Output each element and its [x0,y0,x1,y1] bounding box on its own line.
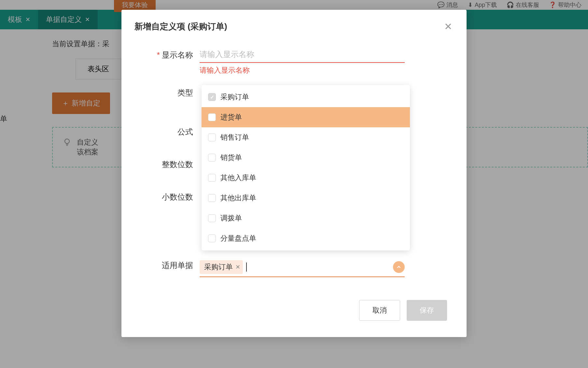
modal-add-custom-item: 新增自定义项 (采购订单) ✕ *显示名称 请输入显示名称 类型 [121,10,467,337]
dropdown-item-label: 调拨单 [220,213,242,223]
chip-label: 采购订单 [204,262,233,272]
checkbox-icon[interactable] [208,93,216,101]
label-decimal-digits: 小数位数 [141,189,200,202]
dropdown-item-label: 进货单 [220,112,242,122]
dropdown-item[interactable]: 其他入库单 [202,168,410,188]
dropdown-item[interactable]: 进货单 [202,107,410,127]
dropdown-item-label: 销货单 [220,153,242,163]
checkbox-icon[interactable] [208,234,216,242]
modal-title: 新增自定义项 (采购订单) [134,21,227,32]
text-cursor [246,262,247,272]
dropdown-item-label: 采购订单 [220,92,249,102]
save-button[interactable]: 保存 [407,300,447,321]
label-type: 类型 [141,85,200,98]
dropdown-applicable-docs: 采购订单进货单销售订单销货单其他入库单其他出库单调拨单分量盘点单 [202,85,410,250]
display-name-input[interactable] [200,47,405,63]
label-applicable-docs: 适用单据 [141,258,200,271]
dropdown-item[interactable]: 采购订单 [202,87,410,107]
close-icon[interactable]: ✕ [235,263,240,271]
cancel-button[interactable]: 取消 [359,300,400,321]
label-display-name: *显示名称 [141,47,200,60]
dropdown-item-label: 其他出库单 [220,193,256,203]
dropdown-item[interactable]: 调拨单 [202,208,410,228]
chevron-up-icon[interactable] [393,261,405,273]
checkbox-icon[interactable] [208,214,216,222]
dropdown-item-label: 销售订单 [220,133,249,142]
checkbox-icon[interactable] [208,113,216,121]
modal-overlay: 新增自定义项 (采购订单) ✕ *显示名称 请输入显示名称 类型 [0,0,588,368]
chip-purchase-order: 采购订单 ✕ [200,260,243,274]
dropdown-item[interactable]: 销货单 [202,148,410,168]
close-icon[interactable]: ✕ [443,20,454,34]
display-name-error: 请输入显示名称 [200,65,405,75]
dropdown-item-label: 分量盘点单 [220,234,256,243]
checkbox-icon[interactable] [208,174,216,182]
checkbox-icon[interactable] [208,194,216,202]
dropdown-item[interactable]: 分量盘点单 [202,228,410,248]
label-integer-digits: 整数位数 [141,157,200,170]
checkbox-icon[interactable] [208,134,216,141]
checkbox-icon[interactable] [208,154,216,162]
dropdown-item-label: 其他入库单 [220,173,256,183]
dropdown-item[interactable]: 其他出库单 [202,188,410,208]
required-star-icon: * [157,50,160,59]
label-formula: 公式 [141,124,200,137]
dropdown-item[interactable]: 销售订单 [202,127,410,148]
applicable-docs-input[interactable]: 采购订单 ✕ [200,258,405,277]
